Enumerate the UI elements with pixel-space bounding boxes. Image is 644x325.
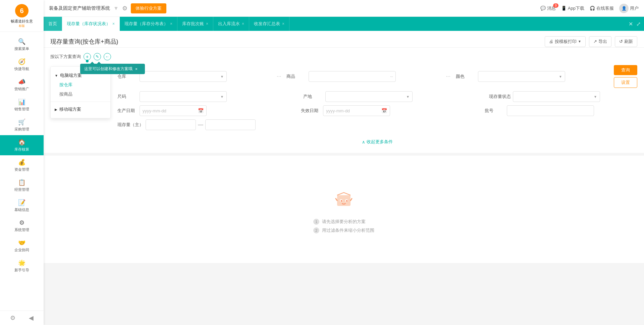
stock-state-select[interactable]: ▼ [513, 91, 600, 102]
size-select[interactable]: ▼ [140, 91, 227, 102]
filter-cell-stock-main: 现存量（主） — [117, 119, 637, 130]
size-label: 尺码 [117, 94, 138, 100]
tab-in-out[interactable]: 出入库流水 × [213, 17, 249, 31]
tab-stock-batch[interactable]: 库存批次账 × [177, 17, 213, 31]
filter-row-3: 生产日期 yyyy-mm-dd 📅 失效日期 yyyy-mm-dd 📅 [117, 105, 637, 116]
reset-btn[interactable]: 设置 [614, 77, 637, 88]
empty-steps: 1 请先选择要分析的方案 2 用过滤条件来缩小分析范围 [313, 219, 374, 233]
sidebar-nav: 🔍 搜索菜单 🧭 快捷导航 📣 营销推广 📊 销售管理 🛒 采购管理 🏠 库存核… [0, 32, 44, 311]
product-label: 商品 [286, 73, 307, 79]
prod-date-input[interactable]: yyyy-mm-dd 📅 [140, 105, 207, 116]
collapse-wrapper: ∧ 收起更多条件 [117, 136, 637, 148]
sidebar-item-base-info[interactable]: 📝 基础信息 [0, 196, 44, 216]
user-menu[interactable]: 👤 用户 [619, 4, 639, 13]
sidebar-item-system[interactable]: ⚙ 系统管理 [0, 216, 44, 236]
fullscreen-icon[interactable]: ⤢ [636, 21, 641, 27]
step-num-2: 2 [313, 227, 319, 233]
sidebar-item-label: 库存核算 [14, 147, 29, 152]
tab-close-icon[interactable]: × [206, 21, 208, 26]
scheme-group-header-mobile[interactable]: ▶ 移动端方案 [51, 105, 110, 114]
tab-stock-status[interactable]: 现存量（库存状况表） × [62, 17, 120, 31]
tab-close-icon[interactable]: × [282, 21, 284, 26]
collapse-conditions-btn[interactable]: ∧ 收起更多条件 [117, 136, 637, 148]
tab-label: 库存批次账 [182, 21, 204, 27]
print-btn[interactable]: 🖨 按模板打印 ▼ [545, 36, 586, 47]
export-btn[interactable]: ↗ 导出 [589, 36, 611, 47]
warehouse-icon: 🏠 [18, 139, 25, 146]
sidebar-item-label: 销售管理 [14, 107, 29, 112]
sidebar-item-enterprise[interactable]: 🤝 企业协同 [0, 236, 44, 256]
messages-btn[interactable]: 💬 消息 9 [540, 5, 556, 11]
stock-main-max-input[interactable] [205, 119, 256, 130]
filter-cell-color: 颜色 ▼ [456, 71, 610, 82]
warehouse-select[interactable]: ▼ [140, 71, 227, 82]
scheme-item-product[interactable]: 按商品 [51, 90, 110, 99]
scheme-divider [51, 102, 110, 102]
close-tab-icon[interactable]: ✕ [629, 21, 633, 27]
batch-label: 批号 [485, 108, 505, 114]
sidebar-item-label: 营销推广 [14, 87, 29, 92]
tab-close-icon[interactable]: × [242, 21, 244, 26]
compass-icon: 🧭 [18, 58, 25, 65]
settings-bottom-icon[interactable]: ⚙ [10, 314, 15, 322]
chevron-down-icon: ··· [390, 75, 393, 78]
export-icon: ↗ [593, 39, 597, 44]
scheme-group-mobile: ▶ 移动端方案 [51, 103, 110, 115]
edit-scheme-btn[interactable]: ✎ [94, 53, 101, 60]
filter-dots-1: ··· [277, 73, 281, 79]
sidebar-item-label: 基础信息 [14, 207, 29, 212]
page-header: 现存量查询(按仓库+商品) 🖨 按模板打印 ▼ ↗ 导出 ↺ 刷新 [44, 31, 644, 48]
tab-bar: 首页 现存量（库存状况表） × 现存量（库存分布表） × 库存批次账 × 出入库… [44, 17, 644, 31]
origin-select[interactable]: ▼ [325, 91, 413, 102]
create-tooltip-close[interactable]: × [135, 67, 138, 71]
scheme-group-label: 电脑端方案 [60, 72, 82, 78]
filter-header: 按以下方案查询 + 电脑方案可设为移动方案哦 × ✎ 这里可以创建和 [50, 53, 637, 60]
sidebar-item-sales[interactable]: 📊 销售管理 [0, 95, 44, 115]
sidebar-item-operations[interactable]: 📋 经营管理 [0, 175, 44, 196]
sidebar-item-inventory[interactable]: 🏠 库存核算 [0, 135, 44, 155]
tab-stock-dist[interactable]: 现存量（库存分布表） × [120, 17, 177, 31]
sidebar-item-guide[interactable]: 🌟 新手引导 [0, 256, 44, 276]
add-scheme-btn[interactable]: + [84, 53, 91, 60]
tab-home[interactable]: 首页 [44, 17, 62, 31]
megaphone-icon: 📣 [18, 78, 25, 86]
trial-btn[interactable]: 体验行业方案 [131, 3, 166, 13]
filter-area: 按以下方案查询 + 电脑方案可设为移动方案哦 × ✎ 这里可以创建和 [44, 48, 644, 153]
money-icon: 💰 [18, 159, 25, 166]
svg-line-5 [336, 199, 337, 201]
sidebar-item-quicknav[interactable]: 🧭 快捷导航 [0, 55, 44, 75]
scheme-group-label: 移动端方案 [59, 106, 81, 112]
tab-close-icon[interactable]: × [170, 21, 172, 26]
app-download-btn[interactable]: 📱 App下载 [561, 5, 584, 11]
collapse-sidebar-icon[interactable]: ◀ [29, 314, 34, 322]
collapse-scheme-btn[interactable]: ← [104, 53, 111, 60]
range-dash: — [198, 122, 203, 128]
filter-cell-prod-date: 生产日期 yyyy-mm-dd 📅 [117, 105, 270, 116]
sidebar-item-purchase[interactable]: 🛒 采购管理 [0, 115, 44, 135]
system-icon: ⚙ [19, 219, 24, 226]
sidebar-item-search[interactable]: 🔍 搜索菜单 [0, 35, 44, 55]
search-icon: 🔍 [18, 38, 25, 45]
sidebar-item-marketing[interactable]: 📣 营销推广 [0, 75, 44, 95]
origin-label: 产地 [303, 94, 323, 100]
expire-date-input[interactable]: yyyy-mm-dd 📅 [323, 105, 390, 116]
refresh-btn[interactable]: ↺ 刷新 [615, 36, 637, 47]
online-support-btn[interactable]: 🎧 在线客服 [590, 5, 614, 11]
scheme-item-warehouse[interactable]: 按仓库 [51, 80, 110, 90]
search-btn[interactable]: 查询 [614, 65, 637, 75]
product-select[interactable]: ··· [309, 71, 396, 82]
sidebar-item-finance[interactable]: 💰 资金管理 [0, 155, 44, 175]
filter-cell-origin: 产地 ▼ [303, 91, 451, 102]
warehouse-label: 仓库 [117, 73, 138, 79]
settings-gear-btn[interactable]: ⚙ [122, 5, 127, 12]
sidebar-item-label: 采购管理 [14, 127, 29, 132]
filter-rows: 仓库 ▼ ··· 商品 ··· [117, 65, 637, 148]
tab-recv-send[interactable]: 收发存汇总表 × [249, 17, 289, 31]
tab-close-icon[interactable]: × [112, 21, 115, 26]
color-select[interactable]: ▼ [478, 71, 565, 82]
filter-cell-stock-state: 现存量状态 ▼ [489, 91, 637, 102]
tab-label: 出入库流水 [218, 21, 240, 27]
batch-input[interactable] [507, 105, 594, 116]
step-num-1: 1 [313, 219, 319, 225]
stock-main-min-input[interactable] [146, 119, 196, 130]
